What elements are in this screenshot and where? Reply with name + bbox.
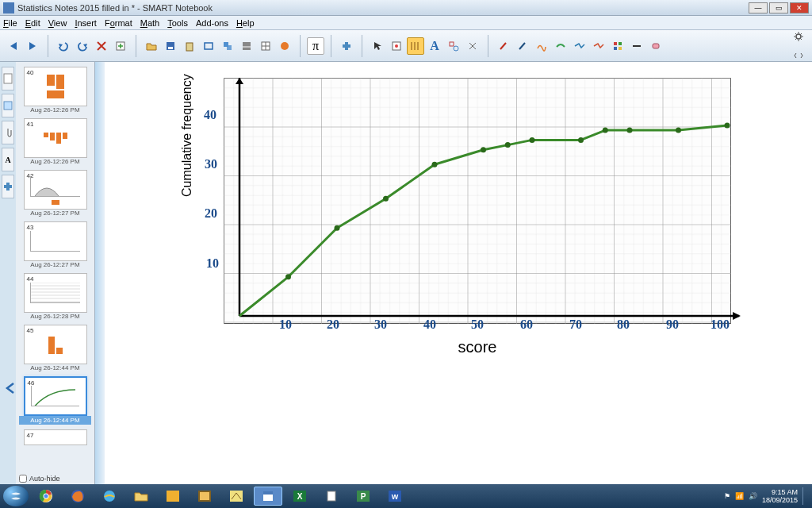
pen2-tool[interactable]: [514, 37, 531, 55]
color-picker[interactable]: [609, 37, 626, 55]
taskbar-clock[interactable]: 9:15 AM 18/09/2015: [762, 488, 798, 504]
svg-rect-14: [614, 42, 617, 45]
save-button[interactable]: [162, 37, 179, 55]
screen-shade-button[interactable]: [238, 37, 255, 55]
thumbnail-40[interactable]: 40: [24, 67, 87, 106]
text-color-button[interactable]: [388, 37, 405, 55]
response-button[interactable]: [276, 37, 293, 55]
delete-button[interactable]: [93, 37, 110, 55]
svg-point-34: [603, 128, 608, 133]
svg-rect-48: [230, 491, 243, 502]
doc-camera-button[interactable]: [219, 37, 236, 55]
svg-point-19: [796, 34, 801, 39]
page-canvas[interactable]: Cumulative frequency: [95, 62, 812, 484]
taskbar-explorer[interactable]: [127, 487, 155, 506]
measure-tool[interactable]: [407, 37, 424, 55]
taskbar-ie[interactable]: [95, 487, 124, 506]
prev-page-button[interactable]: [5, 37, 22, 55]
pen-tool[interactable]: [495, 37, 512, 55]
start-button[interactable]: [3, 486, 29, 506]
menu-math[interactable]: Math: [140, 18, 159, 28]
menu-edit[interactable]: Edit: [25, 18, 40, 28]
line-style2[interactable]: [590, 37, 607, 55]
thumbnail-caption: Aug 26-12:44 PM: [19, 364, 91, 371]
attachments-tab[interactable]: [2, 121, 14, 144]
table-button[interactable]: [257, 37, 274, 55]
taskbar-app2[interactable]: [190, 487, 219, 506]
maximize-button[interactable]: ▭: [769, 2, 788, 13]
xtick-100: 100: [710, 318, 730, 332]
line-style1[interactable]: [571, 37, 588, 55]
thumbnail-46[interactable]: 46: [24, 376, 87, 416]
xtick-50: 50: [471, 318, 484, 332]
thumbnail-47[interactable]: 47: [24, 429, 87, 445]
text-tool[interactable]: A: [426, 37, 443, 55]
menu-insert[interactable]: Insert: [75, 18, 97, 28]
taskbar-app4[interactable]: [317, 487, 346, 506]
paste-button[interactable]: [181, 37, 198, 55]
page-sorter-tab[interactable]: [2, 67, 14, 90]
autohide-checkbox[interactable]: [19, 475, 27, 483]
svg-text:P: P: [361, 492, 366, 501]
taskbar-app5[interactable]: P: [349, 487, 377, 506]
eraser-tool[interactable]: [647, 37, 665, 55]
chart-svg: [224, 78, 747, 332]
svg-point-33: [578, 137, 584, 143]
thumbnail-43[interactable]: 43: [24, 221, 87, 261]
open-button[interactable]: [143, 37, 160, 55]
screen-capture-button[interactable]: [200, 37, 217, 55]
page-sorter-panel: 40 Aug 26-12:26 PM 41 Aug 26-12:26 PM 42…: [16, 62, 95, 484]
taskbar-excel[interactable]: X: [285, 487, 314, 506]
redo-button[interactable]: [74, 37, 91, 55]
shapes-tool[interactable]: [445, 37, 462, 55]
taskbar-firefox[interactable]: [63, 487, 92, 506]
menu-addons[interactable]: Add-ons: [196, 18, 228, 28]
tray-volume-icon[interactable]: 🔊: [749, 492, 757, 500]
svg-rect-12: [450, 42, 454, 46]
tray-network-icon[interactable]: 📶: [735, 492, 744, 500]
svg-rect-18: [653, 44, 659, 48]
minimize-button[interactable]: —: [749, 2, 768, 13]
line-tool[interactable]: [628, 37, 645, 55]
addons-tab[interactable]: [2, 175, 14, 198]
menu-file[interactable]: File: [3, 18, 17, 28]
taskbar-chrome[interactable]: [32, 487, 60, 506]
thumbnail-caption: Aug 26-12:26 PM: [19, 106, 91, 114]
taskbar-app3[interactable]: [222, 487, 251, 506]
menu-view[interactable]: View: [48, 18, 67, 28]
select-tool[interactable]: [369, 37, 386, 55]
autohide-toggle[interactable]: Auto-hide: [19, 475, 60, 483]
menu-format[interactable]: Format: [105, 18, 132, 28]
close-button[interactable]: ✕: [790, 2, 809, 13]
tray-flag-icon[interactable]: ⚑: [724, 492, 730, 500]
window-title: Statistics Notes 2015 filled in * - SMAR…: [17, 3, 749, 13]
taskbar-app1[interactable]: [159, 487, 187, 506]
highlighter-tool[interactable]: [552, 37, 569, 55]
menu-tools[interactable]: Tools: [167, 18, 188, 28]
settings-gear-button[interactable]: [790, 28, 807, 45]
new-page-button[interactable]: [112, 37, 129, 55]
addon-button[interactable]: [338, 37, 355, 55]
next-page-button[interactable]: [24, 37, 41, 55]
svg-rect-50: [263, 491, 273, 495]
properties-tab[interactable]: A: [2, 148, 14, 171]
regular-polygon-tool[interactable]: [464, 37, 481, 55]
xtick-40: 40: [423, 318, 436, 332]
svg-rect-17: [619, 47, 622, 50]
collapse-panel-button[interactable]: [2, 381, 20, 398]
thumbnail-44[interactable]: 44: [24, 273, 87, 313]
gallery-tab[interactable]: [2, 94, 14, 117]
thumbnail-caption: Aug 26-12:28 PM: [19, 313, 91, 320]
undo-button[interactable]: [55, 37, 72, 55]
thumbnail-42[interactable]: 42: [24, 170, 87, 210]
thumbnail-45[interactable]: 45: [24, 325, 87, 364]
svg-point-27: [335, 225, 340, 231]
show-desktop-button[interactable]: [802, 487, 809, 505]
taskbar-word[interactable]: W: [381, 487, 409, 506]
creative-pen-tool[interactable]: [533, 37, 550, 55]
ytick-40: 40: [204, 108, 216, 122]
taskbar-smart[interactable]: [254, 487, 282, 506]
math-pi-button[interactable]: π: [307, 37, 324, 55]
thumbnail-41[interactable]: 41: [24, 118, 87, 158]
menu-help[interactable]: Help: [236, 18, 255, 28]
